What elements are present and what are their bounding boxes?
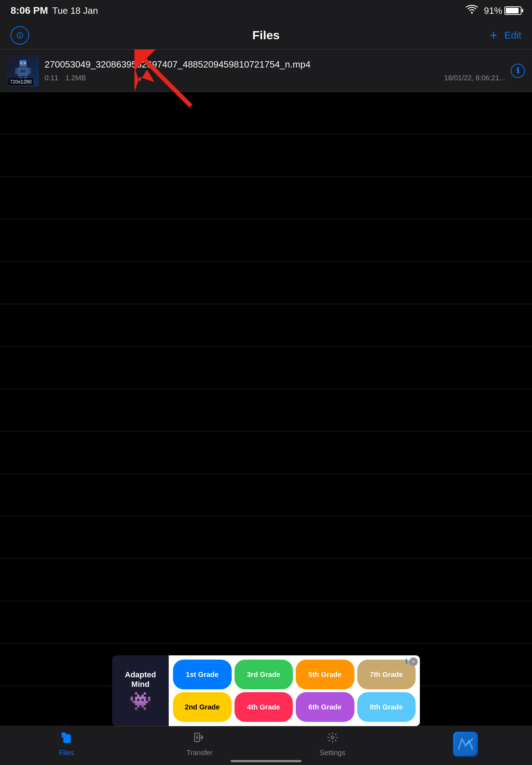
svg-rect-5: [15, 68, 18, 74]
svg-line-13: [145, 60, 191, 106]
annotation-arrow: [134, 50, 205, 122]
tab-files[interactable]: Files: [0, 731, 133, 757]
grade-8-button[interactable]: 8th Grade: [357, 692, 416, 722]
grade-3-button[interactable]: 3rd Grade: [235, 660, 293, 689]
empty-row: [0, 559, 532, 601]
status-bar: 8:06 PM Tue 18 Jan 91%: [0, 0, 532, 21]
tab-settings-label: Settings: [320, 749, 345, 757]
grade-5-button[interactable]: 5th Grade: [296, 660, 354, 689]
wifi-icon: [466, 5, 478, 17]
file-meta: 0:11 1.2MB 18/01/22, 8:06:21...: [45, 74, 505, 82]
ad-grades-grid: 1st Grade 3rd Grade 5th Grade 7th Grade …: [169, 655, 420, 726]
nav-right: + Edit: [490, 28, 521, 43]
nav-left: i: [11, 26, 29, 45]
nav-bar: i Files + Edit: [0, 21, 532, 50]
file-list: 720x1280 270053049_3208639552697407_4885…: [0, 50, 532, 686]
file-resolution-badge: 720x1280: [8, 78, 33, 85]
files-icon: [60, 731, 73, 747]
tab-bar: Files Transfer Settings: [0, 726, 532, 765]
table-row[interactable]: 720x1280 270053049_3208639552697407_4885…: [0, 50, 532, 92]
empty-row: [0, 304, 532, 347]
file-info: 270053049_3208639552697407_4885209459810…: [45, 59, 505, 82]
tab-settings[interactable]: Settings: [266, 731, 399, 757]
battery-percent: 91%: [484, 5, 502, 16]
ad-banner: Adapted Mind 👾 1st Grade 3rd Grade 5th G…: [112, 655, 420, 726]
battery-icon: [504, 6, 521, 15]
page-title: Files: [252, 28, 279, 42]
tab-transfer[interactable]: Transfer: [133, 731, 266, 757]
app-logo: [453, 732, 478, 757]
empty-row: [0, 601, 532, 644]
settings-icon: [326, 731, 339, 747]
file-duration: 0:11: [45, 74, 58, 82]
file-size: 1.2MB: [65, 74, 86, 82]
empty-row: [0, 389, 532, 431]
ad-mascot-icon: 👾: [129, 691, 151, 711]
battery-fill: [506, 8, 519, 13]
empty-row: [0, 474, 532, 516]
grade-2-button[interactable]: 2nd Grade: [173, 692, 232, 722]
svg-point-24: [331, 736, 334, 739]
svg-point-10: [24, 62, 26, 64]
status-date: Tue 18 Jan: [52, 5, 98, 16]
status-left: 8:06 PM Tue 18 Jan: [11, 5, 98, 16]
battery-container: 91%: [484, 5, 521, 16]
grade-1-button[interactable]: 1st Grade: [173, 660, 232, 689]
edit-button[interactable]: Edit: [504, 30, 521, 41]
file-date: 18/01/22, 8:06:21...: [444, 74, 505, 82]
nav-back-icon[interactable]: i: [11, 26, 29, 45]
grade-6-button[interactable]: 6th Grade: [296, 692, 354, 722]
svg-rect-11: [20, 70, 26, 73]
empty-row: [0, 516, 532, 559]
tab-transfer-label: Transfer: [186, 749, 213, 757]
add-button[interactable]: +: [490, 28, 497, 43]
ad-brand-text: Adapted Mind: [116, 670, 165, 689]
file-thumbnail: 720x1280: [7, 55, 39, 87]
empty-row: [0, 134, 532, 177]
svg-rect-25: [455, 734, 476, 755]
svg-rect-6: [28, 68, 31, 74]
empty-row: [0, 92, 532, 134]
ad-info-icon[interactable]: ℹ: [405, 657, 408, 665]
tab-logo[interactable]: [399, 732, 532, 757]
grade-4-button[interactable]: 4th Grade: [235, 692, 293, 722]
ad-brand: Adapted Mind 👾: [112, 655, 169, 726]
ad-close-button[interactable]: ×: [409, 657, 418, 666]
svg-point-0: [471, 12, 473, 13]
empty-row: [0, 431, 532, 474]
empty-row: [0, 262, 532, 304]
tab-files-label: Files: [59, 749, 74, 757]
file-name: 270053049_3208639552697407_4885209459810…: [45, 59, 505, 70]
status-time: 8:06 PM: [11, 5, 48, 16]
svg-point-9: [20, 62, 22, 64]
transfer-icon: [193, 731, 206, 747]
file-info-button[interactable]: ℹ: [511, 64, 525, 78]
empty-row: [0, 177, 532, 219]
empty-row: [0, 347, 532, 389]
svg-rect-18: [64, 735, 71, 743]
home-indicator: [231, 760, 301, 762]
resolution-text: 720x1280: [10, 79, 32, 85]
svg-text:i: i: [19, 33, 21, 38]
status-right: 91%: [466, 5, 521, 17]
empty-row: [0, 219, 532, 262]
